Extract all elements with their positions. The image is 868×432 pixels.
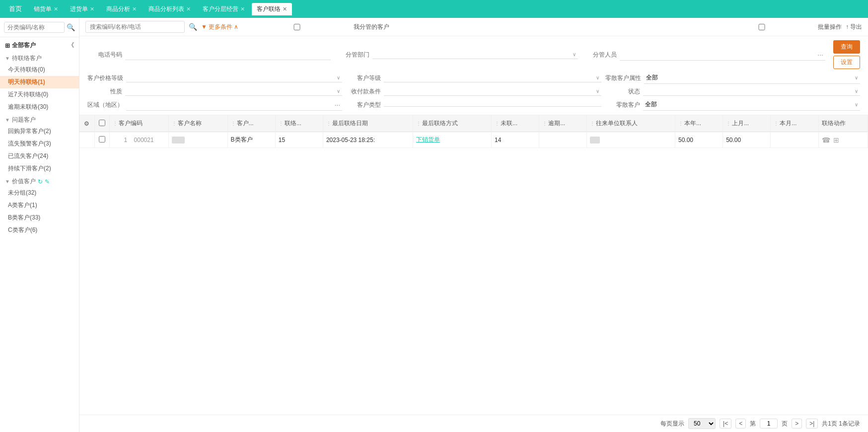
- checkbox-col-header[interactable]: [94, 115, 109, 132]
- close-icon[interactable]: ✕: [240, 6, 245, 12]
- nav-tab-purchase[interactable]: 进货单 ✕: [65, 3, 99, 15]
- gender-label: 性质: [87, 87, 122, 96]
- sidebar-item-overdue-contact[interactable]: 逾期未联络(30): [0, 101, 79, 113]
- status-select[interactable]: ∨: [643, 87, 860, 96]
- collapse-icon[interactable]: 《: [68, 41, 74, 50]
- dept-label: 分管部门: [335, 51, 369, 59]
- all-customers-header[interactable]: ⊞ 全部客户 《: [0, 37, 79, 52]
- more-icon[interactable]: ···: [335, 101, 341, 109]
- payment-select[interactable]: ∨: [384, 87, 601, 96]
- row-action-cell: ☎ ⊞: [818, 132, 868, 148]
- grid-action-icon[interactable]: ⊞: [833, 136, 839, 144]
- nav-home[interactable]: 首页: [4, 2, 27, 15]
- per-page-select[interactable]: 50 20 100: [688, 418, 716, 429]
- retail-attr-select[interactable]: 全部 ∨: [644, 72, 860, 84]
- row-last-method-cell[interactable]: 下销货单: [413, 132, 491, 148]
- payment-label: 收付款条件: [346, 87, 381, 96]
- more-conditions-btn[interactable]: ▼ 更多条件 ∧: [201, 23, 238, 31]
- prev-page-btn[interactable]: <: [735, 419, 746, 429]
- my-customers-checkbox[interactable]: 我分管的客户: [242, 23, 389, 31]
- row-this-month-cell: [771, 132, 818, 148]
- filter-status: 状态 ∨: [605, 87, 860, 96]
- row-contacts-cell: [587, 132, 675, 148]
- row-checkbox[interactable]: [99, 136, 105, 143]
- nav-tab-product-analysis[interactable]: 商品分析 ✕: [101, 3, 142, 15]
- nav-tab-product-analysis-list[interactable]: 商品分析列表 ✕: [144, 3, 196, 15]
- price-level-label: 客户价格等级: [87, 74, 123, 82]
- sidebar-search-input[interactable]: [4, 22, 65, 33]
- row-checkbox-cell[interactable]: [94, 132, 109, 148]
- sidebar-item-class-c[interactable]: C类客户(6): [0, 224, 79, 236]
- sidebar-item-repurchase-abnormal[interactable]: 回购异常客户(2): [0, 125, 79, 138]
- settings-col-header[interactable]: ⚙: [79, 115, 94, 132]
- sidebar-item-week-contact[interactable]: 近7天待联络(0): [0, 88, 79, 101]
- retail-customer-select[interactable]: 全部 ∨: [643, 99, 860, 111]
- dept-select[interactable]: ∨: [372, 50, 578, 59]
- retail-attr-label: 零散客户属性: [605, 74, 641, 82]
- customer-type-label: 客户类型: [346, 101, 381, 109]
- area-label: 区域（地区）: [87, 101, 123, 109]
- value-customers-group[interactable]: ▼ 价值客户 ↻ ✎: [0, 175, 79, 187]
- phone-input[interactable]: [125, 50, 331, 60]
- close-icon[interactable]: ✕: [283, 6, 287, 12]
- page-number-input[interactable]: [760, 419, 778, 429]
- main-search-input[interactable]: [85, 21, 185, 33]
- close-icon[interactable]: ✕: [90, 6, 94, 12]
- search-bar-right: 批量操作 ↑ 导出: [707, 23, 862, 31]
- sidebar-search-icon[interactable]: 🔍: [67, 23, 75, 31]
- bulk-operation-btn[interactable]: 批量操作: [707, 23, 842, 31]
- phone-action-icon[interactable]: ☎: [822, 136, 830, 144]
- close-icon[interactable]: ✕: [54, 6, 58, 12]
- chevron-down-icon: ∨: [596, 88, 599, 94]
- sidebar-item-today-contact[interactable]: 今天待联络(0): [0, 64, 79, 76]
- next-page-btn[interactable]: >: [792, 419, 802, 429]
- nav-tab-customer-contact[interactable]: 客户联络 ✕: [252, 3, 292, 15]
- sidebar-item-class-b[interactable]: B类客户(33): [0, 212, 79, 224]
- export-btn[interactable]: ↑ 导出: [846, 23, 862, 31]
- filter-manager: 分管人员 ···: [582, 49, 825, 61]
- manager-label: 分管人员: [582, 51, 617, 59]
- sidebar-search-area: 🔍: [0, 18, 79, 37]
- problem-customers-group[interactable]: ▼ 问题客户: [0, 113, 79, 125]
- filter-price-level: 客户价格等级 ∨: [87, 73, 342, 82]
- sidebar-item-tomorrow-contact[interactable]: 明天待联络(1): [0, 76, 79, 88]
- nav-tab-sales[interactable]: 销货单 ✕: [29, 3, 63, 15]
- area-select[interactable]: ···: [126, 99, 342, 111]
- customer-level-select[interactable]: ∨: [384, 73, 601, 82]
- chevron-down-icon: ∨: [855, 75, 858, 80]
- edit-icon[interactable]: ✎: [45, 178, 50, 185]
- refresh-icon[interactable]: ↻: [38, 178, 43, 185]
- close-icon[interactable]: ✕: [186, 6, 191, 12]
- this-year-col-header: ⋮本年...: [675, 115, 723, 132]
- grid-icon: ⊞: [5, 42, 10, 49]
- last-page-btn[interactable]: >|: [806, 419, 818, 429]
- manager-select[interactable]: ···: [620, 49, 825, 61]
- gender-select[interactable]: ∨: [125, 87, 342, 96]
- sidebar-item-lost-risk[interactable]: 流失预警客户(3): [0, 138, 79, 150]
- retail-customer-label: 零散客户: [605, 101, 640, 109]
- search-bar: 🔍 ▼ 更多条件 ∧ 我分管的客户 批量操作 ↑ 导出: [79, 18, 868, 36]
- page-label: 第: [750, 420, 756, 428]
- nav-tab-customer-layering[interactable]: 客户分层经营 ✕: [198, 3, 250, 15]
- close-icon[interactable]: ✕: [132, 6, 137, 12]
- contact-method-link[interactable]: 下销货单: [416, 136, 440, 143]
- select-all-checkbox[interactable]: [99, 120, 105, 126]
- arrow-down-icon: ▼: [5, 56, 10, 61]
- my-customers-check[interactable]: [242, 24, 352, 30]
- reset-button[interactable]: 设置: [833, 56, 860, 69]
- customer-type-select[interactable]: [384, 103, 601, 107]
- first-page-btn[interactable]: |<: [720, 419, 731, 429]
- pending-contact-group[interactable]: ▼ 待联络客户: [0, 52, 79, 64]
- chevron-down-icon: ∨: [855, 88, 858, 94]
- sidebar-item-ungrouped[interactable]: 未分组(32): [0, 187, 79, 199]
- sidebar-item-already-lost[interactable]: 已流失客户(24): [0, 150, 79, 162]
- filter-row-1: 电话号码 分管部门 ∨ 分管人员 ··· 查询 设置: [87, 40, 860, 69]
- query-button[interactable]: 查询: [833, 40, 860, 54]
- total-records: 共1页 1条记录: [822, 420, 860, 428]
- main-search-icon[interactable]: 🔍: [189, 23, 197, 31]
- more-icon[interactable]: ···: [817, 51, 823, 59]
- sidebar-item-class-a[interactable]: A类客户(1): [0, 199, 79, 212]
- price-level-select[interactable]: ∨: [126, 73, 342, 82]
- sidebar-item-continuous-decline[interactable]: 持续下滑客户(2): [0, 162, 79, 175]
- bulk-op-check[interactable]: [707, 24, 816, 30]
